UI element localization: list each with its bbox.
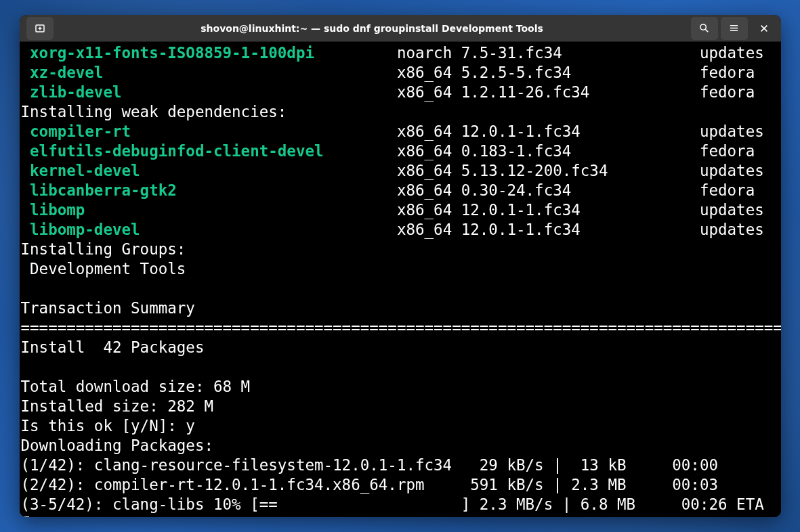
package-name: zlib-devel <box>30 83 387 101</box>
terminal-window: shovon@linuxhint:~ — sudo dnf groupinsta… <box>20 15 781 517</box>
package-name: compiler-rt <box>30 123 387 140</box>
package-name: libomp-devel <box>30 221 387 238</box>
menu-button[interactable] <box>721 17 748 40</box>
package-name: libomp <box>30 201 387 219</box>
terminal-output[interactable]: xorg-x11-fonts-ISO8859-1-100dpi noarch 7… <box>20 42 781 517</box>
new-tab-button[interactable] <box>26 17 54 40</box>
cursor <box>21 516 29 517</box>
package-name: xorg-x11-fonts-ISO8859-1-100dpi <box>30 44 387 62</box>
package-name: elfutils-debuginfod-client-devel <box>30 142 387 160</box>
svg-point-3 <box>700 24 706 30</box>
package-name: xz-devel <box>30 64 387 81</box>
titlebar: shovon@linuxhint:~ — sudo dnf groupinsta… <box>20 15 781 42</box>
search-button[interactable] <box>691 17 718 40</box>
svg-line-4 <box>705 29 708 32</box>
close-button[interactable] <box>751 17 778 40</box>
package-name: libcanberra-gtk2 <box>30 181 387 199</box>
window-title: shovon@linuxhint:~ — sudo dnf groupinsta… <box>55 23 690 34</box>
package-name: kernel-devel <box>30 162 387 179</box>
